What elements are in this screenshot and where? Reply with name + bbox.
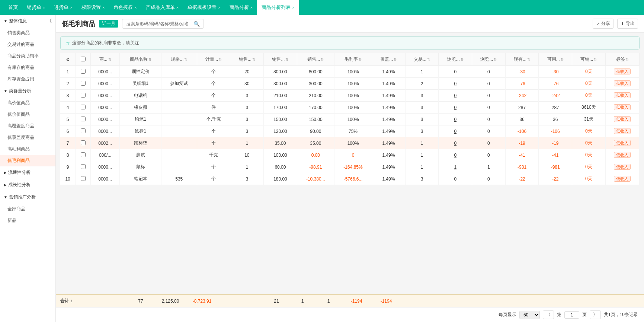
settings-icon[interactable]: ⚙ — [66, 57, 70, 62]
sidebar-item-low-coverage[interactable]: 低覆盖度商品 — [0, 132, 55, 143]
sidebar-item-low-margin[interactable]: 低毛利商品 — [0, 155, 55, 166]
nav-item-product-analysis-list[interactable]: 商品分析列表 × — [257, 0, 299, 15]
nav-item-product-warehouse[interactable]: 产成品入库单 × — [141, 0, 183, 15]
cell-gross-rate: 75% — [334, 125, 372, 137]
browse-link[interactable]: 0 — [454, 81, 456, 86]
sidebar-item-low-value[interactable]: 低价值商品 — [0, 109, 55, 120]
browse-link[interactable]: 0 — [454, 176, 456, 182]
sidebar-item-new-goods[interactable]: 新品 — [0, 215, 55, 226]
row-checkbox[interactable] — [81, 81, 86, 86]
row-checkbox[interactable] — [81, 176, 86, 181]
next-page-button[interactable]: 〉 — [590, 310, 601, 319]
row-checkbox[interactable] — [81, 128, 86, 133]
nav-item-product-analysis[interactable]: 商品分析 × — [225, 0, 257, 15]
sidebar-item-in-stock[interactable]: 有库存的商品 — [0, 62, 55, 73]
col-spec[interactable]: 规格...⇅ — [161, 53, 197, 66]
nav-item-home[interactable]: 首页 — [4, 0, 22, 15]
select-all-checkbox[interactable] — [81, 57, 86, 61]
close-icon[interactable]: × — [176, 5, 179, 10]
col-sellable[interactable]: 可销...⇅ — [572, 53, 606, 66]
browse-link[interactable]: 0 — [454, 105, 456, 110]
row-checkbox[interactable] — [81, 140, 86, 145]
total-label: 合计： — [60, 298, 74, 304]
row-checkbox[interactable] — [81, 164, 86, 169]
search-icon[interactable]: 🔍 — [193, 21, 200, 27]
cell-current-stock: 36 — [505, 114, 539, 125]
sidebar-group-overall[interactable]: ▼ 整体信息 《 — [0, 15, 55, 27]
col-settings[interactable]: ⚙ — [60, 53, 76, 66]
close-icon[interactable]: × — [292, 5, 294, 10]
sidebar-group-marketing[interactable]: ▼ 营销推广分析 — [0, 191, 55, 203]
close-icon[interactable]: × — [250, 5, 253, 10]
sidebar-item-high-margin[interactable]: 高毛利商品 — [0, 143, 55, 155]
col-sale-price[interactable]: 销售...⇅ — [264, 53, 297, 66]
sidebar-item-sales-goods[interactable]: 销售类商品 — [0, 27, 55, 39]
browse-link[interactable]: 1 — [454, 165, 456, 170]
prev-page-button[interactable]: 〈 — [543, 310, 554, 319]
collapse-icon: ▶ — [4, 170, 7, 175]
col-coverage[interactable]: 覆盖...⇅ — [372, 53, 406, 66]
row-checkbox[interactable] — [81, 105, 86, 109]
row-checkbox[interactable] — [81, 152, 86, 157]
content-area: 低毛利商品 近一月 🔍 ↗ 分享 ⬆ 导出 ☆ 这部分商品的利润非常低，请关注 — [56, 15, 644, 322]
cell-sale-qty: 30 — [230, 78, 264, 90]
cell-gross-rate: 100% — [334, 66, 372, 78]
col-browse1[interactable]: 浏览...⇅ — [439, 53, 472, 66]
sidebar-item-stock-capital[interactable]: 库存资金占用 — [0, 73, 55, 85]
row-checkbox[interactable] — [81, 69, 86, 74]
sidebar-group-circulation[interactable]: ▶ 流通性分析 — [0, 166, 55, 179]
sidebar-item-high-coverage[interactable]: 高覆盖度商品 — [0, 120, 55, 132]
date-tag[interactable]: 近一月 — [99, 20, 118, 28]
table-row: 5 0000... 铅笔1 个,千克 3 150.00 150.00 100% … — [60, 114, 640, 125]
page-number-input[interactable] — [564, 311, 579, 319]
col-current-stock[interactable]: 现有...⇅ — [505, 53, 539, 66]
footer-total: 合计： 77 2,125.00 -8,723.91 21 1 1 -1194 -… — [56, 294, 644, 307]
close-icon[interactable]: × — [218, 5, 220, 10]
browse-link[interactable]: 0 — [454, 141, 456, 146]
col-sale-qty[interactable]: 销售...⇅ — [230, 53, 264, 66]
cell-browse2: 0 — [472, 90, 506, 102]
col-code[interactable]: 商...⇅ — [91, 53, 120, 66]
content-header: 低毛利商品 近一月 🔍 ↗ 分享 ⬆ 导出 — [56, 15, 644, 33]
sidebar-collapse-btn[interactable]: 《 — [47, 18, 52, 24]
col-sale-amount[interactable]: 销售...⇅ — [297, 53, 334, 66]
search-input[interactable] — [126, 21, 193, 26]
close-icon[interactable]: × — [70, 5, 72, 10]
row-checkbox[interactable] — [81, 117, 86, 121]
col-browse2[interactable]: 浏览...⇅ — [472, 53, 506, 66]
export-button[interactable]: ⬆ 导出 — [617, 19, 638, 29]
col-tag[interactable]: 标签⇅ — [605, 53, 639, 66]
col-gross-rate[interactable]: 毛利率⇅ — [334, 53, 372, 66]
nav-item-sales[interactable]: 销货单 × — [22, 0, 49, 15]
page-size-select[interactable]: 50 100 200 — [519, 311, 540, 319]
col-name[interactable]: 商品名称⇅ — [120, 53, 161, 66]
col-available[interactable]: 可用...⇅ — [539, 53, 572, 66]
sidebar-group-cluster[interactable]: ▼ 类群量分析 — [0, 85, 55, 97]
cell-spec — [161, 137, 197, 149]
browse-link[interactable]: 0 — [454, 129, 456, 134]
sidebar-item-high-value[interactable]: 高价值商品 — [0, 97, 55, 109]
cell-coverage: 1.49% — [372, 173, 406, 185]
nav-item-permission[interactable]: 权限设置 × — [77, 0, 109, 15]
cell-current-stock: -30 — [505, 66, 539, 78]
sidebar-item-traded-goods[interactable]: 交易过的商品 — [0, 39, 55, 50]
browse-link[interactable]: 0 — [454, 153, 456, 158]
cell-sellable: 0天 — [572, 66, 606, 78]
col-trade[interactable]: 交易...⇅ — [405, 53, 439, 66]
col-unit[interactable]: 计量...⇅ — [197, 53, 230, 66]
sidebar-item-category-rate[interactable]: 商品分类助销率 — [0, 50, 55, 62]
nav-item-template[interactable]: 单据模板设置 × — [183, 0, 225, 15]
row-checkbox[interactable] — [81, 93, 86, 98]
close-icon[interactable]: × — [102, 5, 105, 10]
cell-name: 鼠标1 — [120, 125, 161, 137]
browse-link[interactable]: 0 — [454, 117, 456, 122]
browse-link[interactable]: 0 — [454, 93, 456, 98]
nav-item-role[interactable]: 角色授权 × — [109, 0, 141, 15]
sidebar-item-all-goods[interactable]: 全部商品 — [0, 203, 55, 215]
sidebar-group-growth[interactable]: ▶ 成长性分析 — [0, 179, 55, 191]
share-button[interactable]: ↗ 分享 — [593, 19, 613, 29]
close-icon[interactable]: × — [43, 5, 45, 10]
browse-link[interactable]: 0 — [454, 69, 456, 74]
nav-item-purchase[interactable]: 进货单 × — [49, 0, 77, 15]
close-icon[interactable]: × — [134, 5, 137, 10]
